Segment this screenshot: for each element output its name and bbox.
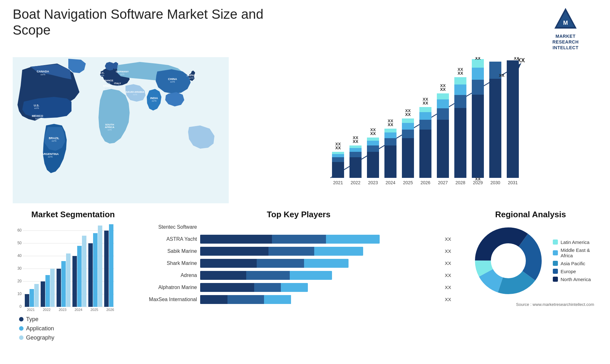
svg-text:xx%: xx%: [189, 77, 193, 79]
svg-text:2030: 2030: [490, 180, 500, 185]
growth-chart-svg: XX XX XX XX: [235, 57, 597, 203]
svg-rect-134: [77, 246, 82, 307]
svg-rect-133: [72, 256, 77, 307]
legend-latin-america: Latin America: [553, 239, 591, 245]
bottom-row: Market Segmentation 0 10 20 30 40 50 60: [13, 210, 597, 341]
svg-rect-79: [472, 80, 484, 95]
svg-rect-86: [507, 60, 519, 178]
svg-rect-50: [367, 141, 379, 145]
player-bar-alphatron: [200, 283, 440, 292]
svg-text:2027: 2027: [438, 180, 448, 185]
svg-text:2023: 2023: [59, 308, 66, 312]
player-bar-stentec: [200, 223, 451, 232]
svg-text:XX: XX: [440, 87, 446, 92]
svg-rect-131: [61, 261, 66, 307]
svg-text:XX: XX: [405, 112, 411, 117]
svg-rect-60: [402, 123, 414, 130]
player-name-maxsea: MaxSea International: [146, 297, 197, 302]
svg-rect-74: [454, 95, 466, 108]
world-map-svg: CANADA xx% U.S. xx% MEXICO xx% BRAZIL xx…: [13, 57, 229, 203]
segmentation-section: Market Segmentation 0 10 20 30 40 50 60: [13, 210, 133, 341]
svg-text:SPAIN: SPAIN: [103, 84, 111, 87]
svg-text:20: 20: [17, 279, 22, 283]
svg-rect-124: [25, 294, 29, 307]
svg-text:xx%: xx%: [34, 107, 39, 110]
header: Boat Navigation Software Market Size and…: [13, 6, 597, 51]
svg-rect-136: [88, 243, 93, 307]
svg-rect-132: [66, 253, 71, 307]
type-dot: [19, 317, 24, 321]
player-row-maxsea: MaxSea International XX: [146, 295, 451, 304]
svg-text:U.K.: U.K.: [99, 71, 105, 74]
player-bar-adrena: [200, 271, 440, 280]
player-name-sabik: Sabik Marine: [146, 248, 197, 254]
logo-area: M MARKET RESEARCH INTELLECT: [534, 6, 597, 51]
geography-dot: [19, 335, 24, 340]
svg-text:2029: 2029: [473, 180, 483, 185]
player-row-alphatron: Alphatron Marine XX: [146, 283, 451, 292]
svg-rect-75: [454, 84, 466, 95]
svg-text:XX: XX: [335, 145, 341, 150]
svg-text:xx%: xx%: [120, 73, 124, 75]
svg-rect-84: [489, 79, 501, 178]
legend-item-geography: Geography: [19, 334, 133, 341]
svg-rect-45: [349, 148, 362, 152]
svg-text:2026: 2026: [106, 308, 114, 312]
asia-pacific-box: [553, 261, 558, 266]
svg-text:xx%: xx%: [107, 129, 112, 131]
svg-rect-38: [332, 162, 344, 178]
svg-text:xx%: xx%: [106, 82, 110, 84]
svg-rect-138: [98, 226, 102, 307]
svg-rect-140: [109, 224, 113, 307]
svg-text:2024: 2024: [385, 180, 395, 185]
svg-rect-78: [472, 95, 484, 178]
svg-rect-58: [402, 138, 414, 178]
logo-icon: M: [553, 6, 578, 32]
bar-chart-section: XX XX XX XX: [235, 57, 597, 203]
svg-text:2031: 2031: [508, 180, 518, 185]
geography-label: Geography: [26, 334, 54, 341]
player-row-adrena: Adrena XX: [146, 271, 451, 280]
svg-rect-56: [384, 129, 396, 132]
svg-rect-130: [57, 269, 61, 307]
player-name-stentec: Stentec Software: [146, 224, 197, 230]
player-row-shark: Shark Marine XX: [146, 259, 451, 268]
svg-text:xx%: xx%: [48, 155, 52, 158]
svg-text:xx%: xx%: [35, 117, 40, 120]
svg-rect-51: [367, 138, 379, 141]
player-value-sabik: XX: [445, 248, 451, 254]
svg-rect-64: [419, 120, 431, 130]
svg-rect-125: [30, 289, 34, 307]
segmentation-title: Market Segmentation: [13, 210, 133, 219]
svg-text:xx%: xx%: [133, 93, 137, 96]
svg-rect-76: [454, 77, 466, 84]
svg-text:CANADA: CANADA: [37, 70, 49, 73]
svg-rect-69: [437, 108, 449, 120]
svg-rect-46: [349, 145, 362, 148]
player-bar-sabik: [200, 247, 440, 256]
regional-section: Regional Analysis: [464, 210, 597, 341]
svg-rect-70: [437, 99, 449, 108]
svg-rect-54: [384, 138, 396, 145]
svg-rect-126: [34, 284, 39, 307]
svg-text:XX: XX: [514, 57, 519, 61]
svg-text:0: 0: [19, 304, 22, 309]
regional-title: Regional Analysis: [464, 210, 597, 219]
svg-text:XX: XX: [458, 71, 463, 76]
player-name-astra: ASTRA Yacht: [146, 236, 197, 242]
legend-mea: Middle East & Africa: [553, 247, 591, 258]
latin-america-box: [553, 239, 558, 245]
svg-text:2028: 2028: [455, 180, 465, 185]
map-section: CANADA xx% U.S. xx% MEXICO xx% BRAZIL xx…: [13, 57, 229, 203]
svg-rect-49: [367, 145, 379, 152]
legend-item-type: Type: [19, 316, 133, 323]
svg-rect-65: [419, 112, 431, 120]
player-value-astra: XX: [445, 236, 451, 242]
svg-rect-41: [332, 152, 344, 154]
player-value-alphatron: XX: [445, 285, 451, 290]
svg-text:xx%: xx%: [105, 87, 109, 90]
svg-text:M: M: [563, 20, 568, 26]
svg-text:SAUDI ARABIA: SAUDI ARABIA: [126, 91, 144, 93]
player-bar-maxsea: [200, 295, 440, 304]
svg-rect-135: [82, 236, 86, 307]
